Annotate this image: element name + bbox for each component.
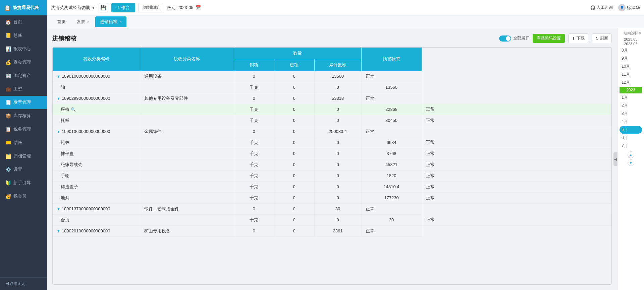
collapse-icon[interactable]: ▼ bbox=[57, 207, 60, 211]
td-purchase: 0 bbox=[274, 71, 314, 82]
td-code: ▼10902010000000000000 bbox=[53, 225, 140, 236]
calendar-icon[interactable]: 📅 bbox=[196, 5, 201, 10]
period-month-2[interactable]: 2月 bbox=[620, 102, 642, 110]
download-button[interactable]: ⬇ 下载 bbox=[568, 33, 588, 43]
tab-reconcile-close[interactable]: × bbox=[119, 20, 121, 24]
td-sales: 0 bbox=[274, 82, 314, 93]
sidebar-item-tax[interactable]: 📋 税务管理 bbox=[0, 123, 47, 136]
td-purchase: 0 bbox=[314, 82, 361, 93]
td-status: 正常 bbox=[422, 148, 611, 159]
tab-invoice-close[interactable]: × bbox=[87, 20, 89, 24]
workbench-button[interactable]: 工作台 bbox=[111, 3, 135, 12]
table-row: 手轮 千克 0 0 1820 正常 bbox=[53, 170, 611, 181]
sidebar-unpin[interactable]: ◀取消固定 bbox=[0, 277, 47, 290]
sidebar-item-invoice[interactable]: 🧾 发票管理 bbox=[0, 96, 47, 109]
period-month-11[interactable]: 11月 bbox=[620, 71, 642, 78]
sidebar-logo: 📋 畅捷通易代账 bbox=[0, 0, 47, 15]
table-row: 座椅🔍 千克 0 0 22868 正常 bbox=[53, 104, 611, 115]
page-header: 进销稽核 全部展开 商品编码设置 ⬇ 下载 ↻ 刷新 bbox=[52, 33, 612, 43]
td-code: 地漏 bbox=[53, 192, 140, 203]
collapse-icon[interactable]: ▼ bbox=[57, 96, 60, 100]
product-code-settings-button[interactable]: 商品编码设置 bbox=[533, 34, 565, 43]
period-value: 2023-05 bbox=[177, 5, 194, 10]
td-name: 其他专用设备及零部件 bbox=[140, 93, 234, 104]
sidebar-item-inventory[interactable]: 📦 库存核算 bbox=[0, 109, 47, 123]
support-button[interactable]: 🎧 人工咨询 bbox=[590, 5, 613, 10]
sidebar-item-reports[interactable]: 📊 报表中心 bbox=[0, 42, 47, 56]
sidebar-item-label: 首页 bbox=[13, 19, 22, 25]
sidebar-item-label: 总账 bbox=[13, 32, 22, 39]
td-unit: 千克 bbox=[234, 115, 274, 126]
scroll-down-button[interactable]: ▼ bbox=[628, 159, 634, 166]
td-code: 轮毂 bbox=[53, 137, 140, 148]
table-row: 抹平盘 千克 0 0 3768 正常 bbox=[53, 148, 611, 159]
old-version-button[interactable]: 切到旧版 bbox=[139, 3, 163, 12]
td-total: 30 bbox=[361, 214, 422, 225]
collapse-icon[interactable]: ▼ bbox=[57, 130, 60, 134]
save-icon: 💾 bbox=[100, 5, 106, 10]
period-month-9[interactable]: 9月 bbox=[620, 55, 642, 62]
sidebar-item-guide[interactable]: 🔰 新手引导 bbox=[0, 176, 47, 190]
period-month-5[interactable]: 5月 bbox=[620, 126, 642, 134]
td-code: ▼10901360000000000000 bbox=[53, 126, 140, 137]
logo-text: 畅捷通易代账 bbox=[13, 5, 39, 11]
period-month-10[interactable]: 10月 bbox=[620, 63, 642, 70]
collapse-icon[interactable]: ▼ bbox=[57, 74, 60, 78]
sidebar-item-label: 设置 bbox=[13, 166, 22, 172]
refresh-button[interactable]: ↻ 刷新 bbox=[592, 33, 612, 43]
sidebar-item-settlement[interactable]: 💳 结账 bbox=[0, 136, 47, 149]
td-purchase: 0 bbox=[314, 104, 361, 115]
expand-all-toggle[interactable] bbox=[499, 35, 511, 42]
assets-icon: 🏢 bbox=[5, 73, 11, 78]
tab-reconcile[interactable]: 进销稽核 × bbox=[95, 16, 126, 27]
sidebar-item-payroll[interactable]: 💼 工资 bbox=[0, 82, 47, 96]
topbar: 沈海英测试经营勿删 ▼ 💾 工作台 切到旧版 账期 2023-05 📅 🎧 人工… bbox=[47, 0, 644, 15]
panel-toggle-btn[interactable]: ◀ bbox=[613, 152, 618, 166]
sidebar-item-settings[interactable]: ⚙️ 设置 bbox=[0, 163, 47, 176]
period-month-4[interactable]: 4月 bbox=[620, 118, 642, 126]
user-menu[interactable]: 👤 徐泽华 bbox=[618, 4, 640, 11]
period-month-7[interactable]: 7月 bbox=[620, 142, 642, 150]
sidebar-item-ledger[interactable]: 📒 总账 bbox=[0, 29, 47, 42]
period-month-1[interactable]: 1月 bbox=[620, 94, 642, 101]
ledger-icon: 📒 bbox=[5, 33, 11, 38]
close-panel-button[interactable]: ✕ bbox=[638, 30, 642, 35]
scroll-up-button[interactable]: ▲ bbox=[628, 151, 634, 158]
sidebar-item-member[interactable]: 👑 畅会员 bbox=[0, 190, 47, 203]
sidebar-item-finance[interactable]: 💰 资金管理 bbox=[0, 56, 47, 69]
sidebar-item-assets[interactable]: 🏢 固定资产 bbox=[0, 69, 47, 82]
period-month-8[interactable]: 8月 bbox=[620, 47, 642, 54]
sidebar-item-home[interactable]: 🏠 首页 bbox=[0, 15, 47, 29]
td-name bbox=[140, 192, 234, 203]
company-selector[interactable]: 沈海英测试经营勿删 ▼ bbox=[51, 5, 95, 11]
refresh-label: 刷新 bbox=[600, 35, 608, 41]
collapse-icon[interactable]: ▼ bbox=[57, 229, 60, 233]
support-label: 人工咨询 bbox=[597, 5, 613, 10]
download-label: 下载 bbox=[577, 35, 585, 41]
td-unit: 千克 bbox=[234, 104, 274, 115]
tab-home[interactable]: 首页 bbox=[52, 16, 70, 27]
td-code: 轴 bbox=[53, 82, 140, 93]
td-status: 正常 bbox=[422, 104, 611, 115]
row-search-icon[interactable]: 🔍 bbox=[71, 107, 76, 112]
td-sales: 0 bbox=[234, 71, 274, 82]
user-name: 徐泽华 bbox=[627, 5, 640, 11]
sidebar-item-archive[interactable]: 🗂️ 归档管理 bbox=[0, 149, 47, 163]
save-button[interactable]: 💾 bbox=[99, 3, 108, 12]
tab-invoice[interactable]: 发票 × bbox=[72, 16, 94, 27]
table-row: 托板 千克 0 0 30450 正常 bbox=[53, 115, 611, 126]
td-status: 正常 bbox=[422, 115, 611, 126]
tab-reconcile-label: 进销稽核 bbox=[100, 19, 117, 25]
period-month-6[interactable]: 6月 bbox=[620, 134, 642, 142]
period-month-3[interactable]: 3月 bbox=[620, 110, 642, 118]
td-purchase: 0 bbox=[314, 214, 361, 225]
expand-panel-button[interactable]: ⤢ bbox=[633, 30, 636, 35]
period-year-2023[interactable]: 2023 bbox=[620, 87, 642, 93]
td-total: 177230 bbox=[361, 192, 422, 203]
period-month-12[interactable]: 12月 bbox=[620, 79, 642, 86]
member-icon: 👑 bbox=[5, 194, 11, 199]
invoice-icon: 🧾 bbox=[5, 100, 11, 105]
payroll-icon: 💼 bbox=[5, 86, 11, 92]
td-purchase: 0 bbox=[314, 148, 361, 159]
td-purchase: 0 bbox=[314, 159, 361, 170]
